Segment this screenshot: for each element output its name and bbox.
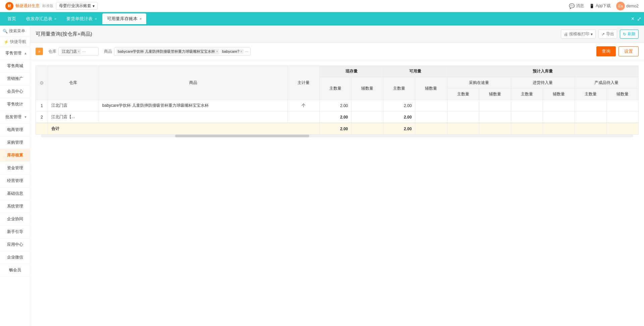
footer-production-main [575, 123, 606, 135]
sidebar: 🔍 搜索菜单 ⚡ 快捷导航 零售管理 ▲ 零售商城 营销推广 会员中心 零售统计… [0, 26, 30, 326]
product-tags-input[interactable]: babycare学饮杯 儿童防摔防撞吸管杯重力球吸嘴杯宝宝水杯 × babyca… [114, 47, 251, 56]
col-production-main-header: 主数量 [575, 89, 606, 100]
row-1-available-main: 2.00 [383, 100, 415, 111]
footer-incoming-aux [543, 123, 575, 135]
row-2-purchase-main [447, 111, 479, 123]
sidebar-item-retail-stats-label: 零售统计 [3, 101, 27, 107]
logo-text: 畅捷通好生意 [15, 3, 40, 9]
search-menu[interactable]: 🔍 搜索菜单 [0, 26, 30, 37]
row-2-current-aux [352, 111, 383, 123]
tab-receipts[interactable]: 收发存汇总表 × [21, 13, 61, 24]
col-incoming-aux-header: 辅数量 [543, 89, 575, 100]
refresh-label: 刷新 [628, 31, 636, 37]
sidebar-item-new-guide-label: 新手引导 [3, 229, 27, 235]
col-current-aux-header: 辅数量 [352, 77, 383, 100]
footer-incoming-main [511, 123, 543, 135]
export-button[interactable]: ↗ 导出 [598, 30, 617, 39]
sidebar-item-retail-mgmt[interactable]: 零售管理 ▲ [0, 47, 30, 60]
row-2-warehouse: 江北门店【... [48, 111, 99, 123]
warehouse-filter: 仓库 江北门店 × ··· [48, 47, 99, 56]
sidebar-item-marketing-label: 营销推广 [3, 76, 27, 82]
sidebar-item-app-center[interactable]: 应用中心 [0, 238, 30, 251]
gear-icon[interactable]: ⚙ [40, 80, 44, 86]
sidebar-item-member-label: 会员中心 [3, 89, 27, 94]
tab-receipts-close[interactable]: × [54, 17, 56, 21]
warehouse-tag-close[interactable]: × [78, 50, 80, 53]
tab-available[interactable]: 可用量库存账本 × [102, 13, 146, 24]
sidebar-item-enterprise-wechat[interactable]: 企业微信 [0, 251, 30, 264]
main-content: 可用量查询(按仓库+商品) 🖨 按模板打印 ▾ ↗ 导出 ↻ 刷新 [30, 26, 644, 326]
sidebar-item-retail-mgmt-label: 零售管理 [3, 50, 24, 56]
sidebar-item-enterprise-collab[interactable]: 企业协同 [0, 213, 30, 226]
product-tag-1-close[interactable]: × [240, 50, 243, 53]
export-label: 导出 [606, 31, 614, 37]
message-button[interactable]: 💬 消息 [569, 3, 584, 9]
table-row: 1 江北门店 babycare学饮杯 儿童防摔防撞吸管杯重力球吸嘴杯宝宝水杯 个… [36, 100, 639, 111]
tab-available-close[interactable]: × [140, 17, 142, 21]
sidebar-item-wholesale[interactable]: 批发管理 ▼ [0, 111, 30, 124]
top-bar-right: 💬 消息 📱 App下载 Ea demo2 [569, 2, 639, 10]
row-2-current-main: 2.00 [320, 111, 352, 123]
sidebar-item-purchase[interactable]: 采购管理 [0, 136, 30, 149]
template-print-button[interactable]: 🖨 按模板打印 ▾ [561, 30, 596, 39]
close-all-button[interactable]: × [631, 16, 634, 22]
expand-button[interactable]: ⤢ [637, 16, 641, 22]
row-1-production-aux [606, 100, 638, 111]
footer-empty-1 [36, 123, 48, 135]
row-1-index: 1 [36, 100, 48, 111]
product-tag-0-close[interactable]: × [216, 50, 218, 53]
sidebar-item-retail-store[interactable]: 零售商城 [0, 60, 30, 73]
col-purchase-group-header: 采购在途量 [447, 77, 511, 89]
sidebar-item-retail-stats[interactable]: 零售统计 [0, 98, 30, 111]
row-2-incoming-main [511, 111, 543, 123]
search-icon: 🔍 [3, 29, 8, 34]
label-tag: 标准版 [42, 3, 53, 8]
settings-button[interactable]: 设置 [619, 46, 639, 56]
col-unit-header: 主计量 [288, 66, 320, 100]
quick-nav[interactable]: ⚡ 快捷导航 [0, 37, 30, 47]
tab-orders[interactable]: 要货单统计表 × [62, 13, 101, 24]
print-icon: 🖨 [564, 32, 568, 37]
row-1-purchase-aux [479, 100, 511, 111]
tab-home[interactable]: 首页 [3, 13, 21, 24]
user-profile[interactable]: Ea demo2 [616, 2, 639, 10]
industry-select[interactable]: 母婴行业演示账套 ▾ [56, 2, 98, 10]
sidebar-item-inventory[interactable]: 库存核算 [0, 149, 30, 162]
nav-tabs: 首页 收发存汇总表 × 要货单统计表 × 可用量库存账本 × × ⤢ [0, 12, 644, 26]
sidebar-item-vip[interactable]: 畅会员 [0, 264, 30, 277]
sidebar-item-new-guide[interactable]: 新手引导 [0, 226, 30, 238]
row-2-available-aux [415, 111, 447, 123]
sidebar-item-operation[interactable]: 经营管理 [0, 175, 30, 187]
sidebar-item-basic-info[interactable]: 基础信息 [0, 187, 30, 200]
expand-filter-button[interactable]: » [36, 48, 43, 55]
home-label: 首页 [7, 16, 16, 22]
col-incoming-main-header: 主数量 [511, 89, 543, 100]
row-1-available-aux [415, 100, 447, 111]
layout: 🔍 搜索菜单 ⚡ 快捷导航 零售管理 ▲ 零售商城 营销推广 会员中心 零售统计… [0, 26, 644, 326]
sidebar-item-finance-label: 资金管理 [3, 165, 27, 171]
sidebar-item-marketing[interactable]: 营销推广 [0, 73, 30, 85]
sidebar-item-ecommerce-label: 电商管理 [3, 127, 27, 133]
warehouse-tags-input[interactable]: 江北门店 × ··· [58, 47, 99, 56]
horizontal-scrollbar[interactable] [41, 135, 633, 137]
page-header: 可用量查询(按仓库+商品) 🖨 按模板打印 ▾ ↗ 导出 ↻ 刷新 [30, 26, 644, 43]
sidebar-item-member[interactable]: 会员中心 [0, 85, 30, 98]
sidebar-item-system[interactable]: 系统管理 [0, 200, 30, 213]
app-download-button[interactable]: 📱 App下载 [589, 3, 611, 9]
query-button[interactable]: 查询 [596, 46, 616, 56]
row-1-warehouse: 江北门店 [48, 100, 99, 111]
refresh-icon: ↻ [623, 32, 626, 37]
filter-action-buttons: 查询 设置 [596, 46, 639, 56]
tab-receipts-label: 收发存汇总表 [26, 16, 52, 22]
refresh-button[interactable]: ↻ 刷新 [620, 30, 639, 39]
tab-orders-close[interactable]: × [95, 17, 97, 21]
sidebar-item-finance[interactable]: 资金管理 [0, 162, 30, 175]
tab-orders-label: 要货单统计表 [66, 16, 93, 22]
sidebar-item-ecommerce[interactable]: 电商管理 [0, 124, 30, 136]
chevron-down-icon: ▼ [24, 115, 27, 119]
scrollbar-thumb[interactable] [175, 135, 309, 137]
col-production-aux-header: 辅数量 [606, 89, 638, 100]
nav-icon: ⚡ [4, 40, 9, 44]
footer-purchase-main [447, 123, 479, 135]
sidebar-item-enterprise-wechat-label: 企业微信 [3, 254, 27, 260]
